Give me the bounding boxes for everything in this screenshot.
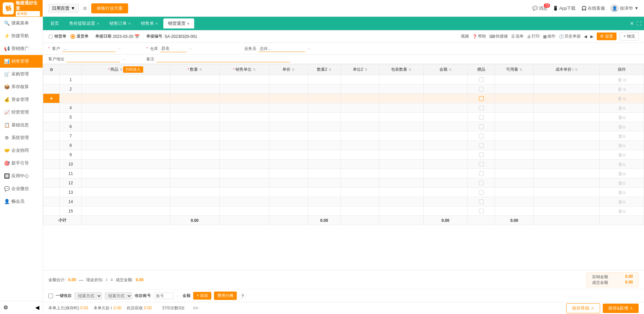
- add-payment-btn[interactable]: + 添加: [193, 292, 211, 300]
- remark-input[interactable]: [156, 56, 290, 62]
- radio-sales-bill[interactable]: 销货单: [48, 34, 66, 39]
- tab-sales-order[interactable]: 销售订单 ✕: [105, 18, 136, 28]
- tab-close-price[interactable]: ✕: [97, 22, 99, 25]
- staff-input[interactable]: [258, 46, 305, 52]
- nav-next-icon[interactable]: ▶: [590, 34, 593, 39]
- sidebar-item-sales[interactable]: 📊 销售管理: [0, 55, 43, 68]
- fee-help-btn[interactable]: ?: [239, 293, 246, 299]
- settle-select[interactable]: 结算方式: [74, 292, 102, 300]
- row-copy-btn[interactable]: ⧉: [623, 125, 626, 129]
- row-copy-btn[interactable]: ⧉: [623, 78, 626, 82]
- row-copy-btn[interactable]: ⧉: [623, 172, 626, 176]
- product-sort-icon[interactable]: ⇅: [120, 68, 122, 71]
- logistics-btn[interactable]: + 物流: [620, 32, 639, 41]
- table-gear-icon[interactable]: ⚙: [50, 67, 53, 72]
- row-delete-btn[interactable]: 🗑: [618, 105, 623, 111]
- row-delete-btn[interactable]: 🗑: [618, 124, 623, 129]
- radio-return-bill[interactable]: 退货单: [70, 34, 89, 39]
- receivable-info-icon[interactable]: ℹ: [111, 306, 112, 310]
- history-btn[interactable]: 🕐 历史单据: [559, 34, 581, 39]
- industry-dropdown[interactable]: 日用百货 ▼: [48, 4, 79, 13]
- row-delete-btn[interactable]: 🗑: [618, 180, 623, 186]
- maximize-btn[interactable]: ⛶: [637, 21, 641, 26]
- sidebar-item-operation[interactable]: 📈 经营管理: [0, 106, 43, 119]
- sidebar-item-member[interactable]: 👤 畅会员: [0, 195, 43, 208]
- qty-sort-icon[interactable]: ⇅: [199, 68, 202, 71]
- sidebar-item-enterprise[interactable]: 🤝 企业协同: [0, 144, 43, 157]
- tab-close-sales-return[interactable]: ✕: [187, 22, 190, 25]
- row-delete-btn[interactable]: 🗑: [618, 86, 622, 92]
- avail-sort-icon[interactable]: ⇅: [520, 68, 522, 71]
- address-input[interactable]: [66, 56, 120, 62]
- row-delete-btn[interactable]: 🗑: [618, 171, 623, 176]
- sidebar-item-finance[interactable]: 💰 资金管理: [0, 93, 43, 106]
- pkg-sort-icon[interactable]: ⇅: [409, 68, 411, 71]
- unit2-sort-icon[interactable]: ⇅: [365, 68, 367, 71]
- tab-close-sales-order[interactable]: ✕: [128, 22, 131, 25]
- price-sort-icon[interactable]: ⇅: [292, 68, 294, 71]
- sidebar-item-guide[interactable]: 🎯 新手引导: [0, 157, 43, 170]
- scan-btn[interactable]: 扫码录入: [123, 66, 143, 73]
- discount-info-icon[interactable]: ℹ: [106, 277, 108, 282]
- sidebar-item-inventory[interactable]: 📦 库存核算: [0, 80, 43, 93]
- save-draft-btn[interactable]: 保存草稿 ∧: [566, 303, 600, 313]
- calendar-icon[interactable]: 📅: [135, 34, 140, 39]
- customer-input[interactable]: [62, 46, 116, 52]
- shortcut-btn[interactable]: ⌨ 快捷键: [489, 34, 508, 39]
- row-copy-btn[interactable]: ⧉: [623, 200, 626, 204]
- user-info[interactable]: 👤 徐泽华 ▼: [610, 4, 639, 12]
- help-btn[interactable]: ❓ 帮助: [472, 34, 486, 39]
- row-delete-btn[interactable]: 🗑: [618, 143, 623, 148]
- nav-prev-icon[interactable]: ◀: [584, 34, 587, 39]
- warehouse-more-icon[interactable]: ···: [189, 46, 192, 51]
- tab-price[interactable]: 售价提取设置 ✕: [64, 18, 104, 28]
- row-copy-btn[interactable]: ⧉: [623, 106, 626, 111]
- message-btn[interactable]: 💬 70 消息: [532, 5, 548, 11]
- row-copy-btn[interactable]: ⧉: [623, 97, 626, 101]
- unit-sort-icon[interactable]: ⇅: [253, 68, 256, 71]
- account-more-icon[interactable]: ···: [176, 294, 180, 298]
- row-delete-btn[interactable]: 🗑: [618, 115, 623, 120]
- row-delete-btn[interactable]: 🗑: [618, 77, 622, 82]
- operate-btn[interactable]: ▦ 操作: [543, 34, 555, 39]
- row-copy-btn[interactable]: ⧉: [623, 143, 626, 148]
- fee-split-btn[interactable]: 费用分摊: [214, 292, 237, 300]
- row-copy-btn[interactable]: ⧉: [623, 87, 626, 92]
- row-delete-btn[interactable]: 🗑: [618, 199, 623, 204]
- close-all-tabs-btn[interactable]: ✕: [630, 21, 634, 26]
- row-delete-btn[interactable]: 🗑: [618, 162, 623, 167]
- cost-sort-icon[interactable]: ⇅: [575, 68, 578, 71]
- save-new-btn[interactable]: 保存&新增 ∧: [603, 304, 639, 313]
- staff-more-icon[interactable]: ···: [307, 46, 311, 51]
- sidebar-item-system[interactable]: ⚙ 系统管理: [0, 131, 43, 144]
- sidebar-item-search[interactable]: 🔍 搜索菜单: [0, 17, 43, 29]
- sidebar-item-wechat[interactable]: 💬 企业微信: [0, 182, 43, 195]
- tab-close-sales[interactable]: ✕: [155, 22, 158, 25]
- sidebar-item-marketing[interactable]: 📢 营销推广: [0, 42, 43, 55]
- calc-select[interactable]: 结算方式: [105, 292, 132, 300]
- add-row-btn[interactable]: +: [43, 94, 60, 103]
- tab-sales-return[interactable]: 销货退货 ✕: [163, 18, 194, 28]
- topbar-gear-icon[interactable]: ⚙: [83, 6, 87, 11]
- settings-btn[interactable]: ⚙ 设置: [597, 33, 616, 40]
- tab-sales[interactable]: 销售单 ✕: [136, 18, 163, 28]
- row-delete-btn[interactable]: 🗑: [618, 96, 622, 101]
- account-input[interactable]: [154, 293, 174, 299]
- collapse-btn[interactable]: ◀: [35, 304, 39, 311]
- active-row-product-input[interactable]: [83, 96, 168, 101]
- row-copy-btn[interactable]: ⧉: [623, 153, 626, 158]
- row-copy-btn[interactable]: ⧉: [623, 134, 626, 139]
- cost-info-icon[interactable]: ℹ: [572, 68, 574, 71]
- row-copy-btn[interactable]: ⧉: [623, 162, 626, 167]
- row-copy-btn[interactable]: ⧉: [623, 209, 626, 214]
- trial-btn[interactable]: 体验行业方案: [91, 3, 128, 13]
- row-copy-btn[interactable]: ⧉: [623, 115, 626, 120]
- print-btn[interactable]: 🖨 打印: [527, 34, 540, 39]
- settings-bottom-btn[interactable]: ⚙: [3, 304, 8, 311]
- onepay-checkbox[interactable]: [48, 294, 53, 298]
- sidebar-item-shortcuts[interactable]: ⚡ 快捷导航: [0, 29, 43, 42]
- col-gear[interactable]: ⚙: [43, 64, 60, 75]
- row-delete-btn[interactable]: 🗑: [618, 208, 623, 214]
- sidebar-item-basic[interactable]: 📋 基础信息: [0, 119, 43, 131]
- sidebar-item-purchase[interactable]: 🛒 采购管理: [0, 68, 43, 80]
